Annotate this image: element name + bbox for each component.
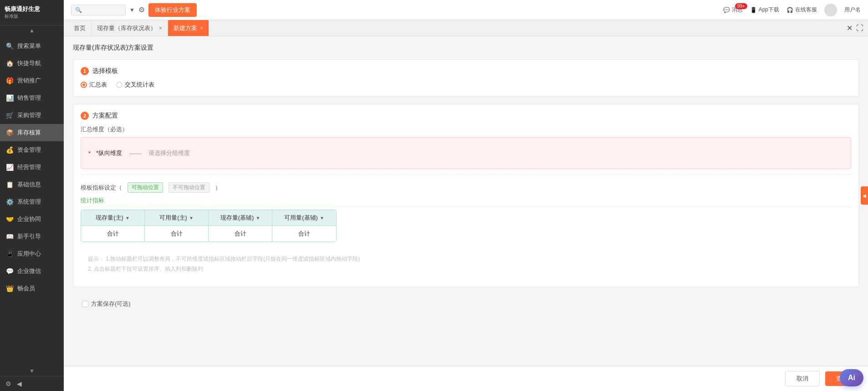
search-area[interactable]: 🔍 — [71, 5, 126, 15]
save-checkbox-box — [82, 301, 88, 307]
tab-inventory-status[interactable]: 现存量（库存状况表） × — [92, 20, 168, 36]
sidebar-item-vip[interactable]: 👑 畅会员 — [0, 280, 64, 297]
headset-icon: 🎧 — [786, 7, 793, 13]
sidebar-logo: 畅康通好生意 标准版 — [0, 0, 64, 26]
settings-icon[interactable]: ⚙ — [5, 380, 11, 387]
ai-float-button[interactable]: Ai — [840, 369, 863, 386]
message-icon: 💬 — [723, 7, 730, 13]
box-icon: 📦 — [5, 129, 14, 137]
sidebar-item-marketing[interactable]: 🎁 营销推广 — [0, 72, 64, 89]
crown-icon: 👑 — [5, 284, 14, 293]
tab-home[interactable]: 首页 — [68, 20, 92, 36]
topbar-gear-icon[interactable]: ⚙ — [138, 5, 145, 14]
topbar-left: 🔍 ▼ ⚙ 体验行业方案 — [71, 3, 718, 17]
sidebar-item-label: 营销推广 — [17, 77, 41, 85]
tip-line-1: 提示： 1.拖动标题栏可以调整布局，不可跨维度或指标区域拖动栏目字段(只能在同一… — [88, 254, 844, 264]
sidebar-item-sys-mgmt[interactable]: ⚙️ 系统管理 — [0, 193, 64, 211]
tip-line-2: 2. 点击标题栏下拉可设置排序、插入列和删除列 — [88, 264, 844, 274]
tab-new-scheme[interactable]: 新建方案 × — [168, 20, 209, 36]
sidebar-item-new-guide[interactable]: 📖 新手引导 — [0, 228, 64, 245]
col-header-0[interactable]: 现存量(主) ▼ — [81, 210, 145, 226]
radio-summary[interactable]: 汇总表 — [81, 81, 107, 89]
section2-num: 2 — [81, 112, 89, 120]
sidebar-menu: 🔍 搜索菜单 🏠 快捷导航 🎁 营销推广 📊 销售管理 🛒 采购管理 📦 库存核… — [0, 36, 64, 366]
right-edge-toggle[interactable]: ◀ — [861, 186, 868, 205]
sidebar-item-basic-info[interactable]: 📋 基础信息 — [0, 176, 64, 193]
home-icon: 🏠 — [5, 59, 14, 67]
stat-table-body: 合计 合计 合计 合计 — [81, 226, 336, 242]
sidebar-item-enterprise[interactable]: 🤝 企业协同 — [0, 211, 64, 228]
sidebar-item-sales[interactable]: 📊 销售管理 — [0, 89, 64, 107]
section1-title: 选择模板 — [92, 67, 118, 75]
money-icon: 💰 — [5, 146, 14, 154]
chart-icon: 📊 — [5, 94, 14, 102]
sidebar-item-purchase[interactable]: 🛒 采购管理 — [0, 107, 64, 124]
tab-close-all-icon[interactable]: ✕ — [847, 24, 853, 32]
radio-summary-circle — [81, 82, 87, 88]
bottom-area: 方案保存(可选) — [73, 294, 859, 314]
radio-summary-label: 汇总表 — [89, 81, 107, 89]
col-header-3[interactable]: 可用量(基辅) ▼ — [272, 210, 336, 226]
indicator-label-text: 模板指标设定（ — [81, 184, 122, 192]
collapse-icon[interactable]: ◀ — [17, 380, 22, 387]
stat-table: 现存量(主) ▼ 可用量(主) ▼ 现存量(基辅) ▼ 可用量(基辅) — [81, 210, 337, 242]
app-name: 畅康通好生意 — [5, 5, 59, 13]
stat-section-label: 统计指标 — [81, 196, 851, 207]
phone-icon: 📱 — [750, 7, 757, 13]
indicator-nondraggable-tag: 不可拖动位置 — [168, 182, 209, 193]
handshake-icon: 🤝 — [5, 215, 14, 223]
col-header-1[interactable]: 可用量(主) ▼ — [145, 210, 209, 226]
indicator-suffix: ） — [215, 184, 221, 192]
sidebar-footer: ⚙ ◀ — [0, 376, 64, 391]
gear-icon: ⚙️ — [5, 198, 14, 206]
dimension-selector-box[interactable]: * *纵向维度 —— 请选择分组维度 — [81, 137, 851, 169]
sidebar-item-app-center[interactable]: 📱 应用中心 — [0, 245, 64, 262]
tab-new-scheme-close-icon[interactable]: × — [200, 25, 203, 31]
sidebar-item-wechat[interactable]: 💬 企业微信 — [0, 262, 64, 280]
section1-num: 1 — [81, 67, 89, 75]
radio-cross-circle — [116, 82, 123, 88]
online-service-btn[interactable]: 🎧 在线客服 — [786, 6, 817, 14]
username[interactable]: 用户名 — [844, 6, 861, 14]
sidebar-item-label: 应用中心 — [17, 250, 41, 258]
cell-2: 合计 — [209, 226, 272, 242]
col-header-2[interactable]: 现存量(基辅) ▼ — [209, 210, 272, 226]
cell-1: 合计 — [145, 226, 209, 242]
radio-cross-label: 交叉统计表 — [125, 81, 154, 89]
section2-header: 2 方案配置 — [81, 112, 851, 120]
tab-inventory-close-icon[interactable]: × — [159, 25, 162, 31]
tab-new-scheme-label: 新建方案 — [174, 24, 197, 32]
cart-icon: 🛒 — [5, 111, 14, 119]
sidebar-item-inventory[interactable]: 📦 库存核算 — [0, 124, 64, 141]
sidebar-item-quick-nav[interactable]: 🏠 快捷导航 — [0, 55, 64, 72]
template-radio-group: 汇总表 交叉统计表 — [81, 81, 851, 89]
save-checkbox[interactable]: 方案保存(可选) — [82, 300, 131, 308]
gift-icon: 🎁 — [5, 77, 14, 85]
col-dropdown-1[interactable]: ▼ — [189, 216, 194, 221]
messages-btn[interactable]: 💬 消息 99+ — [723, 6, 743, 14]
cell-0: 合计 — [81, 226, 145, 242]
dim-required-label: 汇总维度（必选） — [81, 125, 851, 134]
tab-expand-icon[interactable]: ⛶ — [856, 24, 863, 32]
action-bar: 取消 查询 — [64, 366, 868, 391]
app-download-btn[interactable]: 📱 App下载 — [750, 6, 779, 14]
trial-btn[interactable]: 体验行业方案 — [148, 3, 197, 17]
cancel-button[interactable]: 取消 — [785, 371, 820, 386]
tab-inventory-label: 现存量（库存状况表） — [97, 24, 156, 32]
save-label: 方案保存(可选) — [91, 300, 131, 308]
radio-cross[interactable]: 交叉统计表 — [116, 81, 154, 89]
col-dropdown-2[interactable]: ▼ — [255, 216, 260, 221]
sidebar-item-label: 库存核算 — [17, 129, 41, 137]
col-label-1: 可用量(主) — [159, 214, 187, 222]
col-label-2: 现存量(基辅) — [220, 214, 254, 222]
col-dropdown-3[interactable]: ▼ — [320, 216, 324, 221]
sidebar-scroll-up[interactable]: ▲ — [0, 26, 64, 36]
col-dropdown-0[interactable]: ▼ — [125, 216, 130, 221]
sidebar-item-search-menu[interactable]: 🔍 搜索菜单 — [0, 37, 64, 55]
sidebar-item-operations[interactable]: 📈 经营管理 — [0, 159, 64, 176]
topbar-dropdown[interactable]: ▼ — [129, 7, 135, 13]
sidebar-item-finance[interactable]: 💰 资金管理 — [0, 141, 64, 159]
sidebar-item-label: 经营管理 — [17, 163, 41, 171]
section-config: 2 方案配置 汇总维度（必选） * *纵向维度 —— 请选择分组维度 模板指标设… — [73, 104, 859, 287]
sidebar-scroll-down[interactable]: ▼ — [0, 366, 64, 376]
